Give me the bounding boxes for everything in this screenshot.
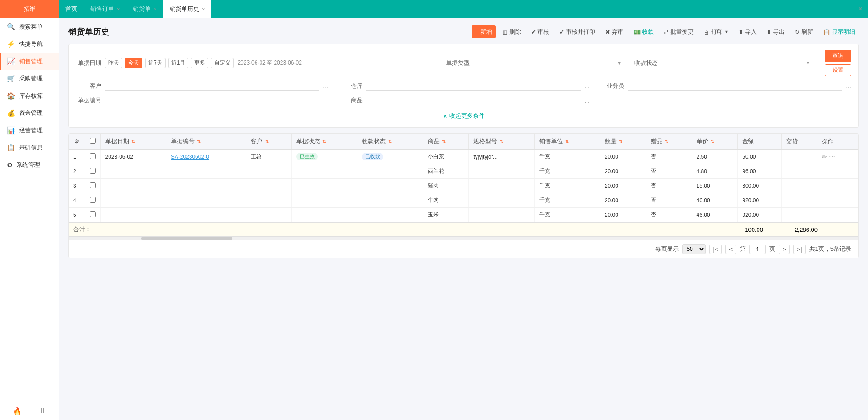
settings-button[interactable]: 设置 [825,64,851,76]
col-goods[interactable]: 商品 ⇅ [423,134,469,150]
cell-action[interactable] [817,193,858,208]
staff-dots-btn[interactable]: ... [846,82,851,90]
first-page-button[interactable]: |< [709,245,722,254]
row-checkbox[interactable] [90,211,96,217]
cell-doc-num[interactable]: SA-20230602-0 [166,150,246,164]
col-quantity[interactable]: 数量 ⇅ [600,134,646,150]
cell-action[interactable] [817,164,858,179]
customer-input[interactable] [105,81,319,91]
query-button[interactable]: 查询 [825,50,851,62]
doc-type-select[interactable] [473,58,624,68]
col-checkbox[interactable] [85,134,100,150]
sidebar-item-inventory[interactable]: 🏠 库存核算 [0,87,59,105]
col-doc-status[interactable]: 单据状态 ⇅ [292,134,357,150]
col-customer[interactable]: 客户 ⇅ [246,134,292,150]
more-btn[interactable]: 更多 [191,58,208,68]
tab-sales-invoice[interactable]: 销货单 × [126,0,163,18]
cell-doc-num[interactable] [166,193,246,208]
doc-num-input[interactable] [105,95,196,105]
show-detail-button[interactable]: 📋 显示明细 [819,25,859,38]
horizontal-scrollbar[interactable] [69,236,858,240]
sidebar-item-basic-info[interactable]: 📋 基础信息 [0,139,59,156]
goods-dots-btn[interactable]: ... [584,97,590,104]
cell-doc-num[interactable] [166,164,246,179]
custom-btn[interactable]: 自定义 [211,58,234,68]
sidebar-item-search-menu[interactable]: 🔍 搜索菜单 [0,18,59,35]
yesterday-btn[interactable]: 昨天 [105,58,122,68]
doc-type-select-wrapper[interactable]: ▼ [473,58,624,68]
sidebar-item-system-mgmt[interactable]: ⚙ 系统管理 [0,156,59,174]
tab-close-icon[interactable]: × [117,6,120,12]
delete-button[interactable]: 🗑 删除 [498,25,525,38]
7days-btn[interactable]: 近7天 [145,58,166,68]
col-spec-type[interactable]: 规格型号 ⇅ [469,134,534,150]
batch-change-button[interactable]: ⇄ 批量变更 [660,25,697,38]
col-unit-price[interactable]: 单价 ⇅ [692,134,738,150]
more-icon[interactable]: ⋯ [829,153,835,160]
row-checkbox[interactable] [90,197,96,203]
col-gear[interactable]: ⚙ [69,134,85,150]
sidebar-item-quick-nav[interactable]: ⚡ 快捷导航 [0,35,59,53]
sidebar-item-finance[interactable]: 💰 资金管理 [0,105,59,122]
page-input[interactable] [749,245,766,254]
row-checkbox-cell[interactable] [85,150,100,164]
cell-action[interactable] [817,179,858,193]
prev-page-button[interactable]: < [725,245,736,254]
new-button[interactable]: + 新增 [472,25,496,38]
col-pay-status[interactable]: 收款状态 ⇅ [357,134,423,150]
cell-action[interactable]: ✏⋯ [817,150,858,164]
sidebar-item-purchase-mgmt[interactable]: 🛒 采购管理 [0,70,59,87]
refresh-button[interactable]: ↻ 刷新 [791,25,817,38]
page-size-select[interactable]: 50 10 20 100 [682,244,706,254]
audit-button[interactable]: ✔ 审核 [527,25,553,38]
collect-button[interactable]: 💵 收款 [630,25,657,38]
tab-sales-history[interactable]: 销货单历史 × [163,0,211,18]
collapse-filter-button[interactable]: ∧ 收起更多条件 [76,110,851,122]
col-doc-num[interactable]: 单据编号 ⇅ [166,134,246,150]
import-button[interactable]: ⬆ 导入 [735,25,760,38]
abandon-button[interactable]: ✖ 弃审 [602,25,627,38]
staff-input[interactable] [628,81,842,91]
scrollbar-thumb[interactable] [141,237,232,240]
1month-btn[interactable]: 近1月 [168,58,189,68]
cell-doc-num[interactable] [166,208,246,222]
next-page-button[interactable]: > [779,245,790,254]
row-checkbox[interactable] [90,182,96,188]
cell-gift: 否 [646,179,692,193]
audit-print-button[interactable]: ✔ 审核并打印 [556,25,599,38]
export-button[interactable]: ⬇ 导出 [763,25,788,38]
sidebar-fire-icon[interactable]: 🔥 [13,407,22,415]
row-checkbox-cell[interactable] [85,193,100,208]
row-checkbox-cell[interactable] [85,208,100,222]
goods-input[interactable] [366,95,581,105]
cell-action[interactable] [817,208,858,222]
sidebar-pause-icon[interactable]: ⏸ [39,407,46,415]
sidebar-logo[interactable]: 拓维 [0,0,59,18]
payment-status-select[interactable] [662,58,812,68]
row-checkbox-cell[interactable] [85,179,100,193]
doc-num-link[interactable]: SA-20230602-0 [171,154,209,160]
row-checkbox-cell[interactable] [85,164,100,179]
tab-home[interactable]: 首页 [59,0,84,18]
cell-doc-num[interactable] [166,179,246,193]
col-gift[interactable]: 赠品 ⇅ [646,134,692,150]
print-button[interactable]: 🖨 打印 ▼ [700,25,732,38]
close-all-tabs-button[interactable]: × [853,5,868,13]
customer-dots-btn[interactable]: ... [323,82,328,90]
sidebar-item-operations[interactable]: 📊 经营管理 [0,122,59,139]
payment-status-select-wrapper[interactable]: ▼ [662,58,812,68]
warehouse-dots-btn[interactable]: ... [584,82,590,90]
tab-sales-order[interactable]: 销售订单 × [84,0,126,18]
sidebar-item-sales-mgmt[interactable]: 📈 销售管理 [0,53,59,70]
last-page-button[interactable]: >| [793,245,806,254]
tab-close-icon[interactable]: × [153,6,156,12]
today-btn[interactable]: 今天 [125,58,142,68]
tab-close-icon[interactable]: × [202,6,205,12]
warehouse-input[interactable] [366,81,581,91]
col-sales-unit[interactable]: 销售单位 ⇅ [534,134,600,150]
col-doc-date[interactable]: 单据日期 ⇅ [100,134,166,150]
row-checkbox[interactable] [90,153,96,159]
row-checkbox[interactable] [90,168,96,174]
edit-icon[interactable]: ✏ [822,153,827,160]
select-all-checkbox[interactable] [90,138,96,144]
